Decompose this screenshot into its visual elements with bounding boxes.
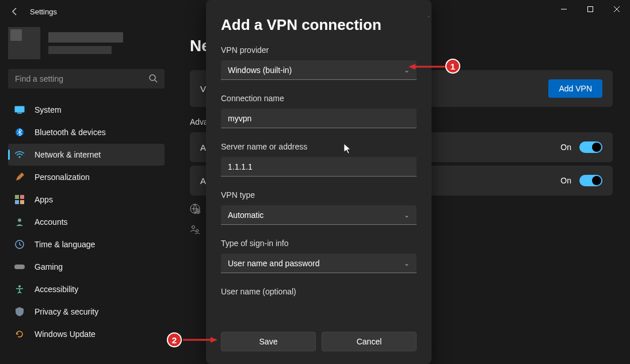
avatar xyxy=(8,27,40,59)
app-title: Settings xyxy=(30,7,57,16)
svg-point-17 xyxy=(196,210,200,214)
nav-list: System Bluetooth & devices Network & int… xyxy=(8,99,165,345)
sidebar-item-label: Windows Update xyxy=(35,329,96,339)
sidebar-item-system[interactable]: System xyxy=(8,99,165,121)
svg-point-7 xyxy=(19,156,21,158)
chevron-down-icon: ⌄ xyxy=(404,66,410,74)
maximize-button[interactable] xyxy=(577,0,604,18)
provider-select[interactable]: Windows (built-in) ⌄ xyxy=(221,60,417,80)
connection-name-label: Connection name xyxy=(221,94,417,103)
sidebar-item-gaming[interactable]: Gaming xyxy=(8,256,165,278)
accounts-icon xyxy=(14,216,25,228)
server-input[interactable] xyxy=(221,157,417,177)
apps-icon xyxy=(14,194,25,205)
toggle-state-label: On xyxy=(560,143,571,152)
system-icon xyxy=(14,104,25,116)
search-icon xyxy=(148,74,158,85)
dialog-actions: Save Cancel xyxy=(221,332,417,351)
time-icon xyxy=(14,239,25,250)
dialog-scrollbar[interactable] xyxy=(428,16,429,17)
svg-rect-14 xyxy=(14,265,25,269)
svg-rect-11 xyxy=(20,200,24,204)
svg-line-3 xyxy=(155,80,157,82)
search-wrap xyxy=(8,69,165,89)
svg-point-12 xyxy=(18,219,21,222)
sidebar-item-accessibility[interactable]: Accessibility xyxy=(8,278,165,300)
sidebar-item-label: Accessibility xyxy=(35,285,78,294)
sidebar-item-network[interactable]: Network & internet xyxy=(8,144,165,166)
sidebar-item-time[interactable]: Time & language xyxy=(8,233,165,255)
profile-text xyxy=(48,32,123,54)
vpn-type-value: Automatic xyxy=(228,210,264,220)
chevron-down-icon: ⌄ xyxy=(404,211,410,219)
sidebar-item-accounts[interactable]: Accounts xyxy=(8,211,165,233)
sidebar-item-label: Bluetooth & devices xyxy=(35,128,106,137)
server-label: Server name or address xyxy=(221,142,417,151)
svg-point-2 xyxy=(150,75,155,81)
bluetooth-icon xyxy=(14,127,25,138)
add-vpn-button[interactable]: Add VPN xyxy=(548,79,602,98)
minimize-button[interactable] xyxy=(551,0,577,18)
svg-rect-1 xyxy=(588,7,593,12)
provider-value: Windows (built-in) xyxy=(228,66,292,75)
sidebar-item-label: Accounts xyxy=(35,217,68,227)
sidebar-item-apps[interactable]: Apps xyxy=(8,189,165,210)
card-lead-text: V xyxy=(200,84,206,94)
vpn-type-select[interactable]: Automatic ⌄ xyxy=(221,205,417,225)
privacy-icon xyxy=(14,306,25,317)
sidebar-item-label: Personalization xyxy=(35,173,90,182)
sidebar-item-label: Time & language xyxy=(35,240,95,249)
gaming-icon xyxy=(14,261,25,273)
sidebar-item-bluetooth[interactable]: Bluetooth & devices xyxy=(8,121,165,143)
svg-point-19 xyxy=(192,226,195,229)
chevron-down-icon: ⌄ xyxy=(404,259,410,267)
svg-rect-10 xyxy=(15,200,19,204)
svg-point-20 xyxy=(196,229,198,232)
back-button[interactable] xyxy=(7,3,23,20)
sidebar-item-label: Gaming xyxy=(35,262,63,271)
sidebar-item-label: Privacy & security xyxy=(35,307,98,316)
annotation-marker-2: 2 xyxy=(167,332,182,347)
accessibility-icon xyxy=(14,283,25,295)
toggle-switch[interactable] xyxy=(579,141,602,153)
personalization-icon xyxy=(14,171,25,183)
vpn-type-label: VPN type xyxy=(221,190,417,200)
update-icon xyxy=(14,328,25,340)
svg-point-15 xyxy=(18,285,21,288)
signin-value: User name and password xyxy=(228,259,320,268)
sidebar-item-personalization[interactable]: Personalization xyxy=(8,166,165,188)
add-vpn-dialog: Add a VPN connection VPN provider Window… xyxy=(206,0,432,364)
close-button[interactable] xyxy=(604,0,630,18)
search-input[interactable] xyxy=(8,69,165,89)
username-label: User name (optional) xyxy=(221,287,417,296)
sidebar-item-privacy[interactable]: Privacy & security xyxy=(8,301,165,323)
sidebar-item-label: System xyxy=(35,105,62,114)
provider-label: VPN provider xyxy=(221,45,417,55)
sidebar-item-update[interactable]: Windows Update xyxy=(8,323,165,345)
wifi-icon xyxy=(14,149,25,160)
sidebar-item-label: Network & internet xyxy=(35,150,101,159)
dialog-title: Add a VPN connection xyxy=(221,16,417,34)
svg-rect-8 xyxy=(15,195,19,199)
cancel-button[interactable]: Cancel xyxy=(322,332,417,351)
sidebar-item-label: Apps xyxy=(35,195,53,204)
profile-block xyxy=(8,23,165,63)
save-button[interactable]: Save xyxy=(221,332,316,351)
toggle-switch[interactable] xyxy=(579,175,602,186)
connection-name-input[interactable] xyxy=(221,109,417,128)
svg-rect-9 xyxy=(20,195,24,199)
svg-rect-5 xyxy=(17,113,22,114)
annotation-marker-1: 1 xyxy=(445,59,460,74)
card-lead: V xyxy=(200,84,206,94)
toggle-state-label: On xyxy=(560,176,571,185)
window-controls xyxy=(551,0,630,18)
sidebar: System Bluetooth & devices Network & int… xyxy=(0,23,173,364)
signin-label: Type of sign-in info xyxy=(221,239,417,248)
svg-rect-4 xyxy=(15,106,25,113)
signin-select[interactable]: User name and password ⌄ xyxy=(221,254,417,273)
